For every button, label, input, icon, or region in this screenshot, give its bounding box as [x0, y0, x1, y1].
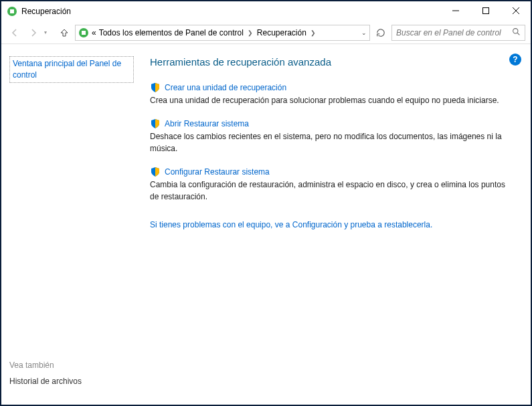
window-controls [440, 1, 531, 21]
maximize-button[interactable] [470, 1, 501, 20]
navigation-bar: ▾ « Todos los elementos de Panel de cont… [1, 21, 531, 44]
settings-reset-link[interactable]: Si tienes problemas con el equipo, ve a … [150, 220, 432, 229]
search-input[interactable] [396, 28, 512, 37]
close-button[interactable] [501, 1, 531, 20]
svg-rect-3 [482, 8, 489, 14]
address-bar[interactable]: « Todos los elementos de Panel de contro… [75, 25, 370, 41]
recovery-option: Abrir Restaurar sistema Deshace los camb… [150, 118, 515, 155]
svg-point-8 [513, 28, 518, 33]
chevron-right-icon[interactable]: ❯ [246, 29, 254, 36]
help-icon[interactable]: ? [509, 54, 521, 66]
option-description: Deshace los cambios recientes en el sist… [150, 131, 515, 155]
sidebar-bottom: Vea también Historial de archivos [9, 361, 134, 393]
chevron-right-icon[interactable]: ❯ [309, 29, 317, 36]
shield-icon [150, 118, 161, 129]
recovery-option: Crear una unidad de recuperación Crea un… [150, 82, 515, 106]
recent-locations-dropdown[interactable]: ▾ [44, 29, 54, 35]
breadcrumb-prefix[interactable]: « [92, 28, 96, 37]
address-dropdown-icon[interactable]: ⌄ [361, 29, 367, 36]
control-panel-icon [78, 27, 89, 38]
svg-rect-7 [82, 31, 86, 35]
option-description: Crea una unidad de recuperación para sol… [150, 95, 515, 106]
search-icon[interactable] [512, 27, 521, 38]
shield-icon [150, 82, 161, 93]
see-also-link[interactable]: Historial de archivos [9, 377, 134, 386]
minimize-button[interactable] [440, 1, 470, 20]
breadcrumb-item[interactable]: Recuperación [257, 28, 306, 37]
option-description: Cambia la configuración de restauración,… [150, 179, 515, 203]
back-button[interactable] [7, 25, 23, 41]
up-button[interactable] [56, 25, 72, 41]
forward-button[interactable] [25, 25, 41, 41]
titlebar: Recuperación [1, 1, 531, 21]
search-box[interactable] [391, 25, 525, 41]
see-also-heading: Vea también [9, 361, 134, 370]
svg-rect-1 [10, 9, 14, 13]
refresh-button[interactable] [373, 25, 389, 41]
configure-system-restore-link[interactable]: Configurar Restaurar sistema [165, 167, 270, 177]
main-panel: ? Herramientas de recuperación avanzada … [142, 44, 531, 405]
recovery-option: Configurar Restaurar sistema Cambia la c… [150, 167, 515, 203]
window-title: Recuperación [21, 7, 440, 16]
breadcrumb-item[interactable]: Todos los elementos de Panel de control [99, 28, 244, 37]
sidebar-main-link[interactable]: Ventana principal del Panel de control [9, 56, 134, 83]
shield-icon [150, 167, 161, 177]
control-panel-icon [7, 6, 17, 17]
sidebar: Ventana principal del Panel de control V… [1, 44, 142, 405]
open-system-restore-link[interactable]: Abrir Restaurar sistema [165, 119, 249, 128]
svg-line-9 [517, 33, 519, 35]
create-recovery-drive-link[interactable]: Crear una unidad de recuperación [165, 83, 286, 92]
page-title: Herramientas de recuperación avanzada [150, 56, 515, 68]
content-area: Ventana principal del Panel de control V… [1, 44, 531, 405]
